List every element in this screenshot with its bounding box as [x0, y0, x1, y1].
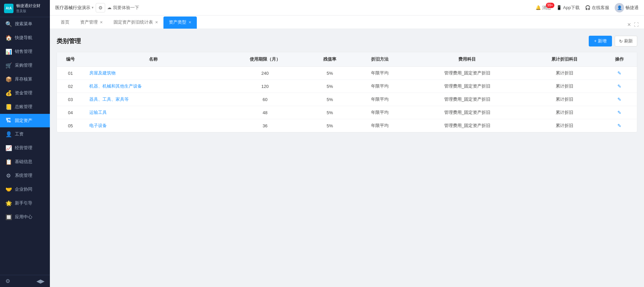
sidebar-item-销售管理[interactable]: 📊销售管理 [0, 45, 50, 59]
sidebar-icon: 📊 [5, 49, 11, 55]
tab-label: 资产管理 [80, 19, 98, 25]
table-row: 02机器、机械和其他生产设备1205%年限平均管理费用_固定资产折旧累计折旧✎ [57, 80, 637, 93]
sidebar-item-库存核算[interactable]: 📦库存核算 [0, 72, 50, 86]
sidebar-item-经营管理[interactable]: 📈经营管理 [0, 141, 50, 155]
table-cell: 5% [307, 67, 352, 80]
sidebar-item-新手引导[interactable]: 🌟新手引导 [0, 196, 50, 210]
table-cell: 累计折旧 [527, 119, 602, 132]
service-icon: 🎧 [585, 5, 590, 10]
sidebar-nav: 🔍搜索菜单🏠快捷导航📊销售管理🛒采购管理📦库存核算💰资金管理📒总账管理🏗固定资产… [0, 17, 50, 275]
sidebar-item-搜索菜单[interactable]: 🔍搜索菜单 [0, 17, 50, 31]
topbar-right: 🔔 消息 99+ 📱 App下载 🎧 在线客服 👤 畅捷通 [535, 3, 639, 12]
table-cell: 04 [57, 106, 84, 119]
sidebar-item-快捷导航[interactable]: 🏠快捷导航 [0, 31, 50, 45]
table-cell: 120 [223, 80, 307, 93]
customer-service-button[interactable]: 🎧 在线客服 [585, 5, 609, 11]
table-cell: 48 [223, 106, 307, 119]
user-profile-button[interactable]: 👤 畅捷通 [615, 3, 639, 12]
edit-icon[interactable]: ✎ [617, 70, 621, 76]
new-button[interactable]: + 新增 [589, 36, 612, 46]
experience-label: 我要体验一下 [113, 5, 139, 11]
download-icon: 📱 [556, 5, 562, 10]
table-row: 05电子设备365%年限平均管理费用_固定资产折旧累计折旧✎ [57, 119, 637, 132]
experience-button[interactable]: ☁ 我要体验一下 [107, 5, 139, 11]
table-cell: 累计折旧 [527, 67, 602, 80]
column-header: 残值率 [307, 52, 352, 67]
table-cell: 管理费用_固定资产折旧 [407, 80, 527, 93]
table-cell: 管理费用_固定资产折旧 [407, 93, 527, 106]
company-selector[interactable]: 医疗器械行业演示 ▾ [55, 5, 94, 11]
edit-icon[interactable]: ✎ [617, 84, 621, 89]
sidebar-item-基础信息[interactable]: 📋基础信息 [0, 155, 50, 169]
sidebar-item-label: 销售管理 [15, 49, 32, 55]
table-cell: 年限平均 [352, 80, 407, 93]
table-cell: 累计折旧 [527, 106, 602, 119]
table-cell: 器具、工具、家具等 [84, 93, 223, 106]
table-cell: 5% [307, 80, 352, 93]
refresh-button[interactable]: ↻ 刷新 [615, 36, 637, 46]
customer-service-label: 在线客服 [592, 5, 609, 11]
sidebar-item-资金管理[interactable]: 💰资金管理 [0, 86, 50, 100]
sidebar-item-系统管理[interactable]: ⚙系统管理 [0, 169, 50, 183]
table-cell: 累计折旧 [527, 93, 602, 106]
maximize-window-icon[interactable]: ⛶ [634, 22, 639, 27]
sidebar-item-label: 新手引导 [15, 200, 32, 206]
sidebar-footer: ⚙ ◀▶ [0, 275, 50, 287]
sidebar-item-总账管理[interactable]: 📒总账管理 [0, 100, 50, 114]
table-cell: 年限平均 [352, 93, 407, 106]
app-subtitle: 普及版 [16, 9, 40, 13]
company-name: 医疗器械行业演示 [55, 5, 90, 11]
page-header: 类别管理 + 新增 ↻ 刷新 [57, 36, 637, 46]
table-cell: 5% [307, 119, 352, 132]
close-icon[interactable]: ✕ [188, 20, 191, 25]
tab-固定资产折旧统计表[interactable]: 固定资产折旧统计表✕ [108, 17, 163, 29]
table-cell: 02 [57, 80, 84, 93]
edit-icon[interactable]: ✎ [617, 110, 621, 115]
close-window-icon[interactable]: ✕ [627, 22, 631, 27]
topbar-settings-button[interactable]: ⚙ [96, 3, 105, 12]
app-download-label: App下载 [563, 5, 580, 11]
table-cell: 01 [57, 67, 84, 80]
avatar: 👤 [615, 3, 624, 12]
edit-icon[interactable]: ✎ [617, 97, 621, 102]
edit-icon[interactable]: ✎ [617, 123, 621, 128]
close-icon[interactable]: ✕ [155, 20, 158, 25]
sidebar-icon: 📈 [5, 145, 11, 151]
table-cell: 05 [57, 119, 84, 132]
table-cell: 03 [57, 93, 84, 106]
table-cell: 累计折旧 [527, 80, 602, 93]
refresh-label: 刷新 [624, 38, 633, 44]
table-cell: 240 [223, 67, 307, 80]
sidebar-header: AtA 畅捷通好业财 普及版 [0, 0, 50, 17]
bell-icon: 🔔 [535, 5, 541, 10]
settings-icon[interactable]: ⚙ [5, 278, 10, 284]
sidebar-item-label: 企业协同 [15, 186, 32, 192]
sidebar-item-label: 应用中心 [15, 214, 32, 220]
table-cell: 5% [307, 93, 352, 106]
table-row: 04运输工具485%年限平均管理费用_固定资产折旧累计折旧✎ [57, 106, 637, 119]
table-cell: 房屋及建筑物 [84, 67, 223, 80]
tab-资产类型[interactable]: 资产类型✕ [163, 17, 197, 29]
page-title: 类别管理 [57, 37, 81, 45]
sidebar-item-工资[interactable]: 👤工资 [0, 127, 50, 141]
sidebar-item-企业协同[interactable]: 🤝企业协同 [0, 183, 50, 196]
sidebar-icon: 📦 [5, 76, 11, 83]
tab-资产管理[interactable]: 资产管理✕ [75, 17, 108, 29]
column-header: 名称 [84, 52, 223, 67]
username-label: 畅捷通 [625, 5, 639, 11]
collapse-icon[interactable]: ◀▶ [36, 278, 44, 284]
column-header: 折旧方法 [352, 52, 407, 67]
sidebar-item-应用中心[interactable]: 🔲应用中心 [0, 210, 50, 224]
content-area: 类别管理 + 新增 ↻ 刷新 编号名称使用期限（月）残值率折旧方法费用科目累计折… [50, 29, 644, 287]
table-cell: 管理费用_固定资产折旧 [407, 67, 527, 80]
tabs-bar: 首页资产管理✕固定资产折旧统计表✕资产类型✕ ✕ ⛶ [50, 15, 644, 29]
app-download-button[interactable]: 📱 App下载 [556, 5, 580, 11]
sidebar-item-label: 总账管理 [15, 104, 32, 110]
notification-button[interactable]: 🔔 消息 99+ [535, 5, 551, 11]
sidebar-item-固定资产[interactable]: 🏗固定资产 [0, 114, 50, 127]
topbar-left: 医疗器械行业演示 ▾ ⚙ ☁ 我要体验一下 [55, 3, 531, 12]
close-icon[interactable]: ✕ [100, 20, 103, 25]
chevron-down-icon: ▾ [92, 5, 94, 10]
tab-首页[interactable]: 首页 [55, 17, 75, 29]
sidebar-item-采购管理[interactable]: 🛒采购管理 [0, 59, 50, 72]
